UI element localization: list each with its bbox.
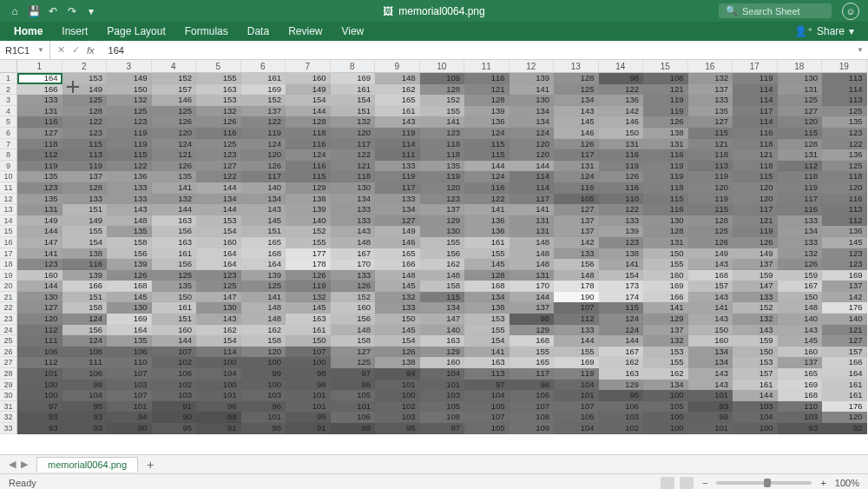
column-header[interactable]: 2 <box>62 60 108 72</box>
tab-view[interactable]: View <box>341 25 364 37</box>
cell[interactable]: 119 <box>733 226 778 237</box>
cell[interactable]: 128 <box>643 226 688 237</box>
cell[interactable]: 100 <box>17 390 62 401</box>
cell[interactable]: 133 <box>778 237 823 248</box>
cell[interactable]: 143 <box>688 259 733 270</box>
cell[interactable]: 135 <box>17 194 62 205</box>
cell[interactable]: 143 <box>778 325 823 336</box>
home-icon[interactable]: ⌂ <box>9 5 21 17</box>
cell[interactable]: 135 <box>17 171 62 182</box>
cell[interactable]: 117 <box>510 194 555 205</box>
cell[interactable]: 154 <box>196 335 241 347</box>
cell[interactable]: 134 <box>331 194 376 205</box>
cell[interactable]: 105 <box>331 390 376 401</box>
cell[interactable]: 95 <box>286 412 331 423</box>
sheet-nav[interactable]: ◀▶ <box>9 459 28 470</box>
tab-data[interactable]: Data <box>247 25 269 37</box>
cell[interactable]: 131 <box>778 149 823 161</box>
cell[interactable]: 130 <box>420 226 465 237</box>
cell[interactable]: 150 <box>643 248 688 260</box>
cell[interactable]: 127 <box>196 161 241 172</box>
cell[interactable]: 166 <box>822 357 867 368</box>
cell[interactable]: 120 <box>241 149 286 161</box>
column-header[interactable]: 13 <box>554 60 599 72</box>
cell[interactable]: 131 <box>510 215 555 227</box>
cell[interactable]: 154 <box>599 270 644 281</box>
cell[interactable]: 119 <box>17 161 62 172</box>
cell[interactable]: 148 <box>420 270 465 281</box>
cell[interactable]: 131 <box>17 106 62 117</box>
cell[interactable]: 123 <box>196 149 241 161</box>
cell[interactable]: 142 <box>599 106 644 117</box>
cell[interactable]: 128 <box>554 73 599 84</box>
cell[interactable]: 112 <box>17 149 62 161</box>
cell[interactable]: 168 <box>510 335 555 347</box>
cell[interactable]: 92 <box>822 423 867 434</box>
cell[interactable]: 140 <box>241 182 286 194</box>
cell[interactable]: 123 <box>822 248 867 260</box>
cell[interactable]: 123 <box>420 194 465 205</box>
cell[interactable]: 149 <box>62 84 108 96</box>
cell[interactable]: 106 <box>152 368 197 380</box>
cell[interactable]: 118 <box>420 149 465 161</box>
cell[interactable]: 101 <box>554 390 599 401</box>
cell[interactable]: 115 <box>599 302 644 314</box>
cell[interactable]: 126 <box>599 171 644 182</box>
cell[interactable]: 104 <box>62 390 108 401</box>
cell[interactable]: 176 <box>822 401 867 413</box>
cell[interactable]: 118 <box>286 128 331 139</box>
cell[interactable]: 165 <box>375 95 420 106</box>
cell[interactable]: 96 <box>196 401 241 413</box>
cell[interactable]: 125 <box>152 270 197 281</box>
tab-formulas[interactable]: Formulas <box>185 25 228 37</box>
cell[interactable]: 135 <box>107 226 152 237</box>
cell[interactable]: 160 <box>643 270 688 281</box>
cell[interactable]: 121 <box>331 161 376 172</box>
cell[interactable]: 119 <box>643 106 688 117</box>
cell[interactable]: 139 <box>62 270 108 281</box>
cell[interactable]: 152 <box>420 95 465 106</box>
cell[interactable]: 139 <box>464 106 510 117</box>
cell[interactable]: 127 <box>17 302 62 314</box>
cell[interactable]: 153 <box>196 95 241 106</box>
cell[interactable]: 117 <box>733 106 778 117</box>
cell[interactable]: 134 <box>688 357 733 368</box>
cell[interactable]: 134 <box>420 302 465 314</box>
cell[interactable]: 104 <box>420 368 465 380</box>
cell[interactable]: 149 <box>62 215 108 227</box>
cell[interactable]: 100 <box>241 357 286 368</box>
cell[interactable]: 106 <box>62 347 108 358</box>
cell[interactable]: 162 <box>643 368 688 380</box>
cell[interactable]: 122 <box>62 116 108 128</box>
cell[interactable]: 133 <box>331 270 376 281</box>
cell[interactable]: 145 <box>778 335 823 347</box>
cell[interactable]: 126 <box>375 347 420 358</box>
undo-icon[interactable]: ↶ <box>47 5 59 17</box>
cell[interactable]: 145 <box>554 116 599 128</box>
cell[interactable]: 162 <box>599 357 644 368</box>
cell[interactable]: 134 <box>241 194 286 205</box>
cell[interactable]: 160 <box>286 73 331 84</box>
cell[interactable]: 119 <box>62 161 108 172</box>
cell[interactable]: 131 <box>643 237 688 248</box>
cell[interactable]: 116 <box>554 182 599 194</box>
cell[interactable]: 138 <box>286 194 331 205</box>
tab-review[interactable]: Review <box>288 25 322 37</box>
cell[interactable]: 117 <box>241 171 286 182</box>
cell[interactable]: 160 <box>196 237 241 248</box>
cell[interactable]: 152 <box>241 95 286 106</box>
cell[interactable]: 156 <box>331 314 376 325</box>
cell[interactable]: 141 <box>510 204 555 215</box>
cell[interactable]: 107 <box>510 401 555 413</box>
cell[interactable]: 95 <box>241 423 286 434</box>
cell[interactable]: 120 <box>152 128 197 139</box>
cell[interactable]: 147 <box>733 281 778 292</box>
cell[interactable]: 124 <box>599 325 644 336</box>
cell[interactable]: 119 <box>733 73 778 84</box>
row-header[interactable]: 14 <box>0 215 17 227</box>
cell[interactable]: 169 <box>643 281 688 292</box>
cell[interactable]: 176 <box>822 302 867 314</box>
cell[interactable]: 133 <box>599 215 644 227</box>
sheet-tab[interactable]: memorial0064.png <box>36 457 138 472</box>
cell[interactable]: 130 <box>778 73 823 84</box>
